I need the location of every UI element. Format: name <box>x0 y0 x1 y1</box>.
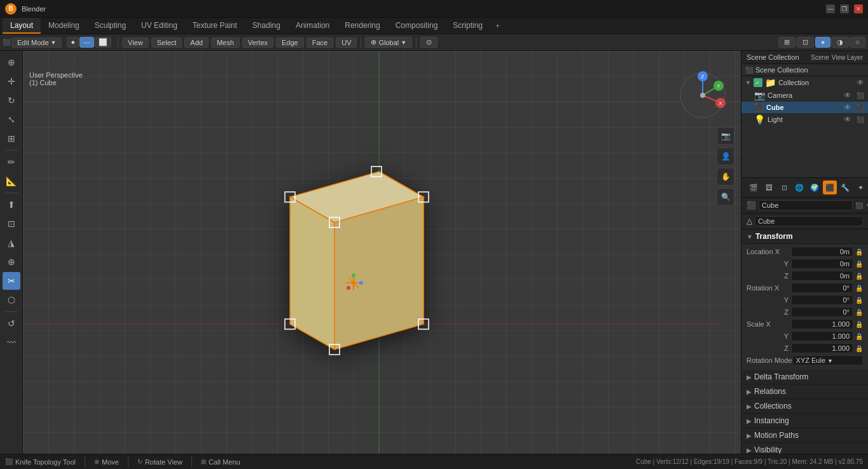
props-object-icon[interactable]: ⬛ <box>823 180 837 194</box>
edge-select-btn[interactable]: — <box>79 37 94 48</box>
knife-tool[interactable]: ✂ <box>3 272 20 290</box>
cube-visibility[interactable]: 👁 <box>844 103 851 112</box>
outliner-item-camera[interactable]: 📷 Camera 👁 ⬛ <box>741 89 868 102</box>
rotation-y-value[interactable]: 0° <box>791 295 853 305</box>
face-menu[interactable]: Face <box>307 37 333 48</box>
scale-z-value[interactable]: 1.000 <box>791 343 853 353</box>
camera-view-btn[interactable]: 📷 <box>717 127 734 145</box>
select-menu[interactable]: Select <box>151 37 183 48</box>
loop-cut-tool[interactable]: ⊕ <box>3 253 20 271</box>
location-y-lock[interactable]: 🔒 <box>855 261 863 268</box>
outliner-item-light[interactable]: 💡 Light 👁 ⬛ <box>741 113 868 126</box>
polypen-tool[interactable]: ⬡ <box>3 291 20 309</box>
proportional-edit[interactable]: ⊙ <box>420 37 437 48</box>
rotation-y-lock[interactable]: 🔒 <box>855 297 863 304</box>
smooth-tool[interactable]: 〰 <box>3 334 20 351</box>
tab-scripting[interactable]: Scripting <box>445 18 490 34</box>
instancing-header[interactable]: ▶ Instancing <box>741 414 868 428</box>
rotate-tool[interactable]: ↻ <box>3 92 20 109</box>
tab-layout[interactable]: Layout <box>3 18 41 34</box>
props-scene-icon[interactable]: 🌐 <box>792 180 806 194</box>
add-menu[interactable]: Add <box>184 37 209 48</box>
cube-3d[interactable] <box>226 159 468 388</box>
transform-section-header[interactable]: ▼ Transform <box>741 229 868 244</box>
props-world-icon[interactable]: 🌍 <box>808 180 822 194</box>
mode-selector[interactable]: Edit Mode ▼ <box>11 37 62 48</box>
collection-visibility[interactable]: 👁 <box>857 78 864 87</box>
tab-texture-paint[interactable]: Texture Paint <box>185 18 245 34</box>
motion-paths-header[interactable]: ▶ Motion Paths <box>741 428 868 443</box>
cursor-tool[interactable]: ⊕ <box>3 53 20 71</box>
scale-y-lock[interactable]: 🔒 <box>855 333 863 340</box>
vertex-menu[interactable]: Vertex <box>242 37 273 48</box>
props-render-icon[interactable]: 🎬 <box>747 180 761 194</box>
mesh-menu[interactable]: Mesh <box>211 37 240 48</box>
annotate-tool[interactable]: ✏ <box>3 153 20 171</box>
measure-tool[interactable]: 📐 <box>3 172 20 190</box>
edge-menu[interactable]: Edge <box>276 37 304 48</box>
visibility-header[interactable]: ▶ Visibility <box>741 443 868 454</box>
location-x-value[interactable]: 0m <box>791 247 853 257</box>
maximize-button[interactable]: ❐ <box>840 4 849 13</box>
pan-view-btn[interactable]: ✋ <box>717 168 734 186</box>
minimize-button[interactable]: — <box>826 4 835 13</box>
rotation-z-value[interactable]: 0° <box>791 307 853 317</box>
uv-menu[interactable]: UV <box>336 37 357 48</box>
scale-tool[interactable]: ⤡ <box>3 111 20 128</box>
camera-visibility[interactable]: 👁 <box>844 91 851 100</box>
location-z-lock[interactable]: 🔒 <box>855 273 863 280</box>
rotation-z-lock[interactable]: 🔒 <box>855 309 863 316</box>
vertex-select-btn[interactable]: ● <box>67 37 79 48</box>
scale-x-value[interactable]: 1.000 <box>791 319 853 329</box>
zoom-view-btn[interactable]: 🔍 <box>717 188 734 206</box>
face-select-btn[interactable]: ⬜ <box>95 37 111 48</box>
view-menu[interactable]: View <box>122 37 149 48</box>
scale-x-lock[interactable]: 🔒 <box>855 321 863 328</box>
object-data-input[interactable] <box>755 216 863 226</box>
viewport-gizmo[interactable]: Z Y X <box>677 70 728 121</box>
collections-header[interactable]: ▶ Collections <box>741 399 868 414</box>
light-visibility[interactable]: 👁 <box>844 115 851 124</box>
props-output-icon[interactable]: 🖼 <box>762 180 776 194</box>
scale-y-value[interactable]: 1.000 <box>791 331 853 341</box>
add-workspace-button[interactable]: + <box>490 18 505 34</box>
rendered-mode[interactable]: ○ <box>850 37 865 48</box>
location-y-value[interactable]: 0m <box>791 259 853 269</box>
transform-tool[interactable]: ⊞ <box>3 130 20 147</box>
overlay-toggle[interactable]: ⊞ <box>778 37 796 48</box>
location-z-value[interactable]: 0m <box>791 271 853 281</box>
close-button[interactable]: ✕ <box>854 4 863 13</box>
outliner-item-cube[interactable]: ⬛ Cube 👁 ⬛ <box>741 102 868 113</box>
spin-tool[interactable]: ↺ <box>3 315 20 332</box>
tab-uv-editing[interactable]: UV Editing <box>134 18 185 34</box>
tab-compositing[interactable]: Compositing <box>388 18 446 34</box>
delta-transform-header[interactable]: ▶ Delta Transform <box>741 370 868 384</box>
extrude-tool[interactable]: ⬆ <box>3 196 20 214</box>
solid-mode[interactable]: ● <box>815 37 831 48</box>
viewport[interactable]: User Perspective (1) Cube Z Y X <box>23 51 741 454</box>
tab-modeling[interactable]: Modeling <box>41 18 87 34</box>
props-modifiers-icon[interactable]: 🔧 <box>838 180 852 194</box>
relations-header[interactable]: ▶ Relations <box>741 384 868 399</box>
transform-space[interactable]: ⊕ Global ▼ <box>365 37 412 48</box>
tab-sculpting[interactable]: Sculpting <box>87 18 134 34</box>
xray-toggle[interactable]: ⊡ <box>797 37 814 48</box>
move-tool[interactable]: ✛ <box>3 72 20 90</box>
props-particles-icon[interactable]: ✦ <box>853 180 867 194</box>
rotation-x-lock[interactable]: 🔒 <box>855 285 863 292</box>
rotation-x-value[interactable]: 0° <box>791 283 853 293</box>
material-mode[interactable]: ◑ <box>831 37 849 48</box>
scale-z-lock[interactable]: 🔒 <box>855 345 863 352</box>
person-view-btn[interactable]: 👤 <box>717 147 734 165</box>
object-name-input[interactable] <box>759 200 853 210</box>
tab-animation[interactable]: Animation <box>288 18 337 34</box>
rotation-mode-dropdown[interactable]: XYZ Eule ▼ <box>792 355 863 365</box>
bevel-tool[interactable]: ◮ <box>3 234 20 252</box>
props-view-layer-icon[interactable]: ⊡ <box>777 180 791 194</box>
inset-tool[interactable]: ⊡ <box>3 215 20 233</box>
collection-check[interactable]: ✓ <box>754 78 762 87</box>
outliner-item-collection[interactable]: ▼ ✓ 📁 Collection 👁 <box>741 76 868 89</box>
tab-rendering[interactable]: Rendering <box>337 18 387 34</box>
location-x-lock[interactable]: 🔒 <box>855 248 863 255</box>
tab-shading[interactable]: Shading <box>245 18 288 34</box>
